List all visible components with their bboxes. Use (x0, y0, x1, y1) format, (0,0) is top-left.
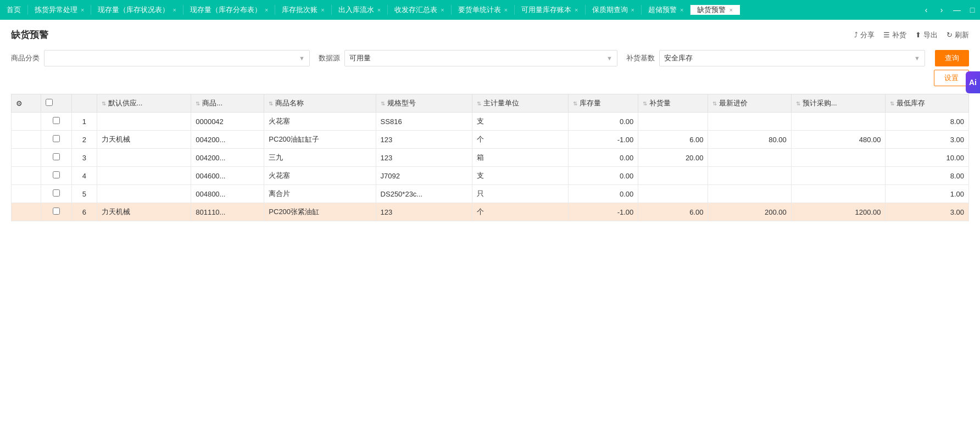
table-row: 10000042火花塞SS816支0.008.00 (12, 113, 969, 131)
cell-stock_qty: -1.00 (569, 131, 638, 149)
nav-tab-overstock-warn[interactable]: 超储预警× (642, 5, 691, 15)
replenish-basis-value: 安全库存 (664, 53, 693, 63)
select-all-checkbox[interactable] (46, 99, 53, 106)
close-tab-icon[interactable]: × (441, 7, 444, 13)
col-header-replenish_qty[interactable]: ⇅补货量 (638, 94, 708, 113)
cell-stock_qty: -1.00 (569, 203, 638, 221)
row-checkbox[interactable] (53, 171, 60, 178)
sort-icon-latest_price: ⇅ (712, 100, 717, 107)
cell-replenish_qty (638, 185, 708, 203)
table-container: ⚙⇅默认供应...⇅商品...⇅商品名称⇅规格型号⇅主计量单位⇅库存量⇅补货量⇅… (11, 94, 969, 221)
category-select[interactable]: ▼ (44, 50, 310, 66)
col-header-product_code[interactable]: ⇅商品... (191, 94, 264, 113)
cell-product_name: PC200油缸缸子 (264, 131, 376, 149)
cell-product_code: 801110... (191, 203, 264, 221)
close-tab-icon[interactable]: × (504, 7, 508, 13)
close-tab-icon[interactable]: × (680, 7, 683, 13)
replenish-basis-select[interactable]: 安全库存 ▼ (659, 50, 925, 66)
close-tab-icon[interactable]: × (81, 7, 84, 13)
col-header-default_supplier[interactable]: ⇅默认供应... (97, 94, 191, 113)
col-header-est_purchase[interactable]: ⇅预计采购... (791, 94, 886, 113)
table-row: 3004200...三九123箱0.0020.0010.00 (12, 149, 969, 167)
replenish-button[interactable]: ☰ 补货 (883, 30, 906, 40)
header-actions: ⤴ 分享 ☰ 补货 ⬆ 导出 ↻ 刷新 (854, 30, 969, 40)
close-tab-icon[interactable]: × (631, 7, 634, 13)
row-index: 1 (72, 113, 97, 131)
nav-tab-shortage-warn[interactable]: 缺货预警× (691, 5, 739, 15)
col-label-spec: 规格型号 (387, 98, 416, 108)
cell-latest_price (708, 149, 791, 167)
close-tab-icon[interactable]: × (172, 7, 176, 13)
row-checkbox[interactable] (53, 135, 60, 142)
replenish-basis-label: 补货基数 (626, 53, 655, 63)
category-filter: 商品分类 ▼ (11, 50, 310, 66)
nav-tab-label: 缺货预警 (697, 5, 726, 15)
share-button[interactable]: ⤴ 分享 (854, 30, 875, 40)
sort-icon-est_purchase: ⇅ (796, 100, 800, 107)
nav-tab-order-stats[interactable]: 要货单统计表× (452, 5, 515, 15)
col-header-min_stock[interactable]: ⇅最低库存 (886, 94, 969, 113)
sort-icon-product_name: ⇅ (269, 100, 273, 107)
main-content: 缺货预警 ⤴ 分享 ☰ 补货 ⬆ 导出 ↻ 刷新 商品分类 (0, 20, 980, 437)
col-label-stock_qty: 库存量 (580, 98, 601, 108)
sort-icon-replenish_qty: ⇅ (643, 100, 647, 107)
col-label-latest_price: 最新进价 (719, 98, 748, 108)
col-label-unit: 主计量单位 (483, 98, 519, 108)
col-header-settings: ⚙ (12, 94, 41, 113)
cell-product_name: 火花塞 (264, 167, 376, 185)
nav-tab-expiry-query[interactable]: 保质期查询× (586, 5, 642, 15)
cell-replenish_qty (638, 113, 708, 131)
row-checkbox[interactable] (53, 153, 60, 160)
nav-tab-label: 拣货异常处理 (35, 5, 77, 15)
sort-icon-unit: ⇅ (477, 100, 481, 107)
row-checkbox[interactable] (53, 117, 60, 124)
refresh-button[interactable]: ↻ 刷新 (946, 30, 969, 40)
col-header-product_name[interactable]: ⇅商品名称 (264, 94, 376, 113)
nav-tab-batch-account[interactable]: 库存批次账× (275, 5, 331, 15)
export-button[interactable]: ⬆ 导出 (915, 30, 938, 40)
nav-maximize-button[interactable]: □ (965, 0, 980, 20)
row-action-cell (12, 167, 41, 185)
row-checkbox[interactable] (53, 189, 60, 197)
cell-default_supplier: 力天机械 (97, 131, 191, 149)
nav-tab-label: 现存量（库存分布表） (190, 5, 261, 15)
settings-col-icon[interactable]: ⚙ (16, 99, 23, 108)
cell-spec: SS816 (376, 113, 472, 131)
filter-actions: 查询 设置 (934, 50, 969, 86)
query-button[interactable]: 查询 (935, 50, 969, 66)
row-index: 2 (72, 131, 97, 149)
datasource-value: 可用量 (349, 53, 371, 63)
nav-minimize-button[interactable]: — (949, 0, 965, 20)
datasource-filter: 数据源 可用量 ▼ (319, 50, 617, 66)
close-tab-icon[interactable]: × (321, 7, 324, 13)
nav-tab-receive-summary[interactable]: 收发存汇总表× (388, 5, 451, 15)
cell-est_purchase (791, 113, 886, 131)
nav-tab-inventory-dist[interactable]: 现存量（库存分布表）× (183, 5, 275, 15)
col-header-stock_qty[interactable]: ⇅库存量 (569, 94, 638, 113)
cell-stock_qty: 0.00 (569, 113, 638, 131)
col-header-unit[interactable]: ⇅主计量单位 (472, 94, 569, 113)
nav-next-button[interactable]: › (934, 0, 949, 20)
close-tab-icon[interactable]: × (729, 7, 732, 13)
ai-button[interactable]: Ai (966, 71, 980, 93)
datasource-select[interactable]: 可用量 ▼ (344, 50, 617, 66)
settings-button[interactable]: 设置 (934, 70, 969, 86)
cell-est_purchase (791, 185, 886, 203)
nav-prev-button[interactable]: ‹ (918, 0, 934, 20)
col-header-spec[interactable]: ⇅规格型号 (376, 94, 472, 113)
refresh-icon: ↻ (946, 31, 953, 39)
col-header-latest_price[interactable]: ⇅最新进价 (708, 94, 791, 113)
nav-tab-inventory-status[interactable]: 现存量（库存状况表）× (91, 5, 183, 15)
close-tab-icon[interactable]: × (377, 7, 381, 13)
close-tab-icon[interactable]: × (575, 7, 578, 13)
nav-tab-home[interactable]: 首页 (0, 5, 28, 15)
close-tab-icon[interactable]: × (265, 7, 268, 13)
row-checkbox[interactable] (53, 208, 60, 215)
cell-min_stock: 3.00 (886, 131, 969, 149)
cell-spec: DS250*23c... (376, 185, 472, 203)
nav-tab-picking-exception[interactable]: 拣货异常处理× (28, 5, 91, 15)
nav-tab-available-ledger[interactable]: 可用量库存账本× (515, 5, 585, 15)
cell-default_supplier (97, 113, 191, 131)
nav-tab-inout-flow[interactable]: 出入库流水× (332, 5, 388, 15)
cell-default_supplier: 力天机械 (97, 203, 191, 221)
